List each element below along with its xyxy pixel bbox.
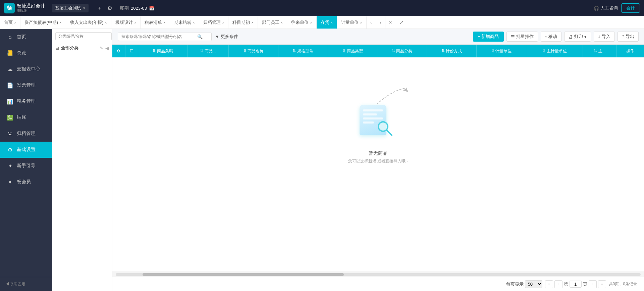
close-icon[interactable]: × <box>251 20 253 25</box>
sidebar-item-checkout[interactable]: 💹 结账 <box>0 109 52 126</box>
tab-存货[interactable]: 存货 × <box>317 16 337 29</box>
tab-expand-button[interactable]: ⤢ <box>396 16 407 29</box>
product-search-input[interactable] <box>121 34 195 39</box>
page-last-button[interactable]: » <box>598 280 606 288</box>
import-button[interactable]: ⤵ 导入 <box>594 32 615 42</box>
tab-首页[interactable]: 首页 × <box>0 16 20 29</box>
close-icon[interactable]: × <box>134 20 136 25</box>
category-all-item[interactable]: ⊞ 全部分类 ✎ ◀ <box>52 42 112 54</box>
page-end-label: 页 <box>583 281 587 287</box>
search-icon[interactable]: 🔍 <box>197 34 203 39</box>
empty-state-cell: 暂无商品 您可以选择新增,或者直接导入哦~ <box>112 57 644 192</box>
th-extra[interactable]: ⇅ 主... <box>583 45 617 57</box>
add-button[interactable]: ＋ <box>95 3 103 13</box>
sidebar-item-member[interactable]: ♦ 畅会员 <box>0 174 52 190</box>
more-filter-button[interactable]: ▼ 更多条件 <box>215 34 238 40</box>
th-category[interactable]: ⇅ 商品分类 <box>377 45 427 57</box>
page-next-button[interactable]: › <box>589 280 597 288</box>
chevron-down-icon: ▾ <box>83 6 85 10</box>
company-name: 基层工会测试 <box>55 5 81 11</box>
batch-operation-button[interactable]: ☰ 批量操作 <box>506 32 538 42</box>
tab-next-button[interactable]: › <box>376 16 385 29</box>
close-icon[interactable]: × <box>14 20 16 25</box>
add-product-button[interactable]: + 新增商品 <box>473 32 503 42</box>
batch-label: 批量操作 <box>516 34 534 40</box>
close-icon[interactable]: × <box>310 20 312 25</box>
empty-illustration <box>344 85 412 145</box>
company-selector[interactable]: 基层工会测试 ▾ <box>52 4 89 12</box>
member-icon: ♦ <box>7 179 13 185</box>
tab-税表清单[interactable]: 税表清单 × <box>141 16 170 29</box>
close-icon[interactable]: × <box>163 20 165 25</box>
sidebar-item-label: 归档管理 <box>17 131 36 137</box>
tab-计量单位[interactable]: 计量单位 × <box>337 16 366 29</box>
th-name[interactable]: ⇅ 商品名称 <box>228 45 278 57</box>
move-button[interactable]: ↕ 移动 <box>541 32 562 42</box>
period-area: 账期 2023-03 📅 <box>120 5 154 11</box>
edit-category-icon[interactable]: ✎ <box>100 46 103 51</box>
th-type[interactable]: ⇅ 商品类型 <box>328 45 377 57</box>
scrollbar-thumb[interactable] <box>143 273 344 276</box>
category-panel: 🔍 ⊞ 全部分类 ✎ ◀ <box>52 29 112 291</box>
collapse-category-icon[interactable]: ◀ <box>105 46 109 51</box>
sidebar-collapse-btn[interactable]: ◀取消固定 <box>0 277 52 291</box>
close-icon[interactable]: × <box>281 20 283 25</box>
tab-资产负债表[interactable]: 资产负债表(中期) × <box>20 16 66 29</box>
page-navigation: « ‹ 第 页 › » <box>545 280 606 288</box>
tab-收入支出表[interactable]: 收入支出表(年报) × <box>66 16 111 29</box>
export-icon: ⤴ <box>622 34 624 39</box>
print-button[interactable]: 🖨 打印 ▾ <box>564 32 591 42</box>
close-icon[interactable]: × <box>193 20 195 25</box>
tab-科目期初[interactable]: 科目期初 × <box>228 16 258 29</box>
tab-往来单位[interactable]: 往来单位 × <box>287 16 316 29</box>
close-icon[interactable]: × <box>360 20 362 25</box>
tab-期末结转[interactable]: 期末结转 × <box>170 16 199 29</box>
th-price-method[interactable]: ⇅ 计价方式 <box>427 45 477 57</box>
content-area: 🔍 ⊞ 全部分类 ✎ ◀ 🔍 <box>52 29 644 291</box>
close-icon[interactable]: × <box>105 20 107 25</box>
settings-icon[interactable]: ⚙ <box>106 4 113 13</box>
horizontal-scrollbar[interactable] <box>112 272 644 277</box>
page-size-select[interactable]: 50 100 200 <box>525 280 542 288</box>
empty-state: 暂无商品 您可以选择新增,或者直接导入哦~ <box>116 64 641 184</box>
home-icon: ⌂ <box>7 34 13 40</box>
tab-close-all-button[interactable]: × <box>385 16 396 29</box>
th-main-unit[interactable]: ⇅ 主计量单位 <box>526 45 583 57</box>
customer-service-btn[interactable]: 🎧 人工咨询 <box>594 5 618 11</box>
category-search-input[interactable] <box>55 32 112 40</box>
th-barcode[interactable]: ⇅ 商品条码 <box>138 45 187 57</box>
sort-icon: ⇅ <box>542 49 545 53</box>
th-spec[interactable]: ⇅ 规格型号 <box>278 45 328 57</box>
tab-prev-button[interactable]: ‹ <box>367 16 376 29</box>
close-icon[interactable]: × <box>331 20 333 25</box>
empty-title: 暂无商品 <box>369 150 387 156</box>
th-settings[interactable]: ⚙ <box>112 45 125 57</box>
sidebar-item-home[interactable]: ⌂ 首页 <box>0 29 52 45</box>
th-checkbox[interactable]: ☐ <box>125 45 138 57</box>
sidebar-item-reports[interactable]: ☁ 云报表中心 <box>0 61 52 77</box>
page-first-button[interactable]: « <box>545 280 553 288</box>
close-icon[interactable]: × <box>59 20 61 25</box>
category-search-area: 🔍 <box>52 29 112 42</box>
account-button[interactable]: 会计 <box>621 3 640 13</box>
calendar-icon[interactable]: 📅 <box>149 6 154 11</box>
sidebar-item-archive[interactable]: 🗂 归档管理 <box>0 126 52 142</box>
tab-模版设计[interactable]: 模版设计 × <box>111 16 141 29</box>
page-number-input[interactable] <box>570 281 582 288</box>
import-icon: ⤵ <box>598 34 600 39</box>
sidebar-item-settings[interactable]: ⚙ 基础设置 <box>0 142 52 158</box>
sidebar-item-ledger[interactable]: 📒 总账 <box>0 45 52 61</box>
close-icon[interactable]: × <box>222 20 224 25</box>
sidebar-item-guide[interactable]: ✦ 新手引导 <box>0 158 52 174</box>
tab-归档管理[interactable]: 归档管理 × <box>199 16 228 29</box>
sidebar-item-tax[interactable]: 📊 税务管理 <box>0 93 52 109</box>
page-prev-button[interactable]: ‹ <box>554 280 562 288</box>
sidebar-item-invoice[interactable]: 📄 发票管理 <box>0 77 52 93</box>
th-code[interactable]: ⇅ 商品... <box>187 45 229 57</box>
export-button[interactable]: ⤴ 导出 <box>618 32 639 42</box>
grid-icon: ⊞ <box>55 46 59 51</box>
th-unit[interactable]: ⇅ 计量单位 <box>476 45 526 57</box>
tab-部门员工[interactable]: 部门员工 × <box>258 16 287 29</box>
print-label: 打印 <box>574 34 583 40</box>
add-product-label: + 新增商品 <box>478 34 499 40</box>
